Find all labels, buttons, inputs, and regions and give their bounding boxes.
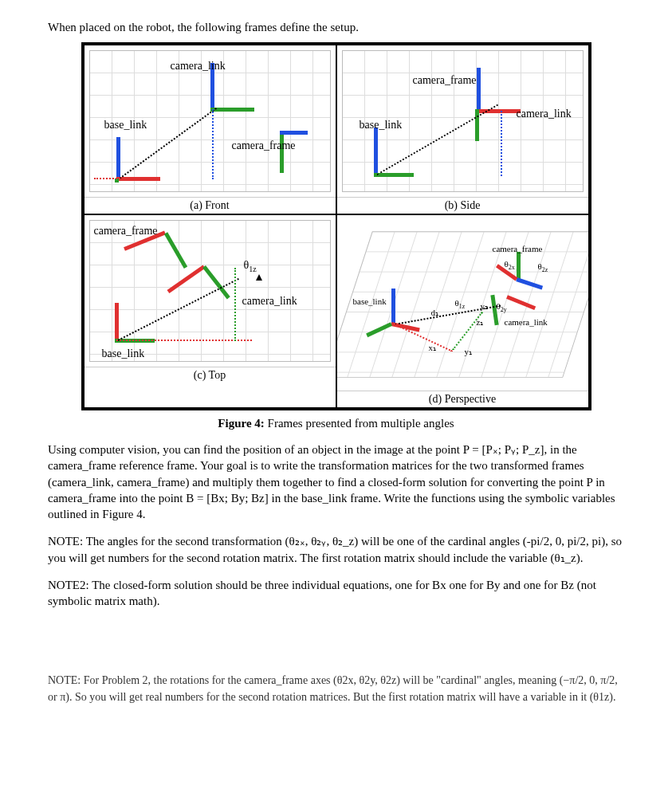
paragraph-3: NOTE2: The closed-form solution should b… — [48, 577, 624, 610]
label-theta2z: θ2z — [538, 261, 548, 273]
label-base-link-c: base_link — [102, 347, 145, 360]
subplot-b: base_link camera_frame camera_link (b) S… — [336, 45, 589, 214]
label-base-link-b: base_link — [360, 119, 403, 132]
caption-b: (b) Side — [337, 197, 588, 214]
subplot-c: base_link camera_frame camera_link θ1z — [84, 214, 336, 408]
label-camera-frame-b: camera_frame — [413, 74, 477, 87]
arrow-theta1z — [256, 274, 262, 281]
paragraph-1: Using computer vision, you can find the … — [48, 442, 624, 522]
caption-d: (d) Perspective — [337, 391, 588, 407]
caption-c: (c) Top — [84, 367, 336, 383]
figure-container: base_link camera_link camera_frame (a) F… — [81, 42, 591, 410]
label-camera-frame-c: camera_frame — [94, 225, 158, 238]
label-camera-frame: camera_frame — [232, 139, 296, 152]
figure-caption: Figure 4: Frames presented from multiple… — [48, 417, 624, 430]
intro-text: When placed on the robot, the following … — [48, 21, 624, 34]
label-base-link: base_link — [104, 119, 147, 132]
label-theta1z: θ1z — [244, 259, 257, 273]
caption-a: (a) Front — [84, 197, 336, 214]
subplot-a: base_link camera_link camera_frame (a) F… — [84, 45, 336, 214]
label-theta2x: θ2x — [505, 259, 515, 271]
label-camera-link-d: camera_link — [505, 317, 548, 327]
label-base-link-d: base_link — [353, 296, 387, 306]
label-theta2y: θ2y — [497, 301, 507, 313]
label-y1: y₁ — [465, 347, 473, 357]
label-camera-link: camera_link — [171, 60, 226, 73]
footnote: NOTE: For Problem 2, the rotations for t… — [48, 673, 624, 705]
label-theta1z-d: θ1z — [455, 298, 466, 310]
paragraph-2: NOTE: The angles for the second transfor… — [48, 533, 624, 566]
label-camera-link-b: camera_link — [517, 108, 572, 120]
subplot-d: base_link camera_link camera_frame d₁ θ1… — [336, 214, 589, 408]
label-camera-link-c: camera_link — [242, 295, 297, 308]
label-camera-frame-d: camera_frame — [493, 244, 543, 253]
